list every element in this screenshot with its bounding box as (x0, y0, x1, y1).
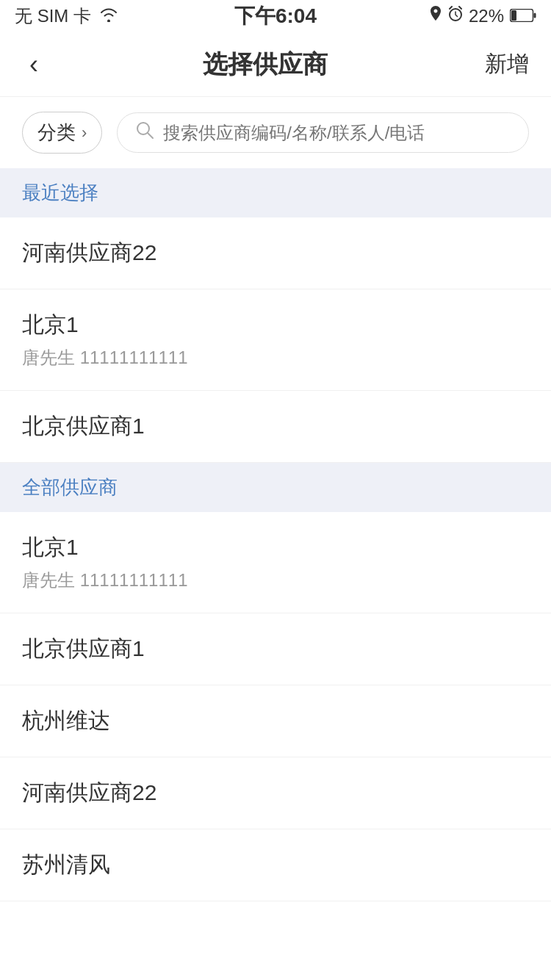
page-title: 选择供应商 (203, 48, 328, 82)
status-time: 下午6:04 (234, 2, 317, 30)
carrier-label: 无 SIM 卡 (15, 4, 91, 28)
filter-row: 分类 › (0, 97, 551, 168)
item-name: 河南供应商22 (22, 238, 529, 268)
category-button[interactable]: 分类 › (22, 112, 102, 154)
battery-icon (510, 6, 536, 26)
list-item[interactable]: 北京1 唐先生 11111111111 (0, 512, 551, 613)
location-icon (429, 6, 442, 26)
search-box (117, 112, 529, 153)
list-item[interactable]: 苏州清风 (0, 829, 551, 901)
search-input[interactable] (163, 123, 511, 143)
item-name: 北京供应商1 (22, 411, 529, 442)
item-name: 杭州维达 (22, 706, 529, 736)
recent-list: 河南供应商22 北京1 唐先生 11111111111 北京供应商1 (0, 217, 551, 463)
add-button[interactable]: 新增 (485, 49, 529, 79)
list-item[interactable]: 北京供应商1 (0, 391, 551, 463)
nav-bar: ‹ 选择供应商 新增 (0, 32, 551, 97)
item-detail: 唐先生 11111111111 (22, 569, 529, 592)
category-label: 分类 (37, 120, 76, 145)
all-section-header: 全部供应商 (0, 463, 551, 512)
status-right: 22% (429, 6, 536, 26)
svg-line-5 (148, 133, 153, 138)
list-item[interactable]: 北京1 唐先生 11111111111 (0, 289, 551, 391)
recent-section-label: 最近选择 (22, 181, 98, 203)
battery-percent: 22% (469, 6, 504, 26)
item-name: 北京1 (22, 533, 529, 563)
svg-rect-3 (511, 10, 516, 21)
list-item[interactable]: 河南供应商22 (0, 217, 551, 289)
all-section-label: 全部供应商 (22, 476, 118, 498)
item-name: 苏州清风 (22, 850, 529, 880)
svg-rect-2 (534, 13, 536, 18)
search-icon (135, 120, 154, 145)
list-item[interactable]: 杭州维达 (0, 685, 551, 757)
list-item[interactable]: 北京供应商1 (0, 613, 551, 685)
item-name: 北京1 (22, 310, 529, 340)
item-name: 河南供应商22 (22, 778, 529, 808)
recent-section-header: 最近选择 (0, 168, 551, 217)
item-detail: 唐先生 11111111111 (22, 346, 529, 370)
all-list: 北京1 唐先生 11111111111 北京供应商1 杭州维达 河南供应商22 … (0, 512, 551, 901)
chevron-right-icon: › (82, 123, 87, 143)
alarm-icon (448, 6, 463, 26)
item-name: 北京供应商1 (22, 634, 529, 664)
list-item[interactable]: 河南供应商22 (0, 757, 551, 829)
status-bar: 无 SIM 卡 下午6:04 22% (0, 0, 551, 32)
status-left: 无 SIM 卡 (15, 4, 119, 28)
back-button[interactable]: ‹ (22, 42, 46, 87)
wifi-icon (98, 6, 119, 26)
